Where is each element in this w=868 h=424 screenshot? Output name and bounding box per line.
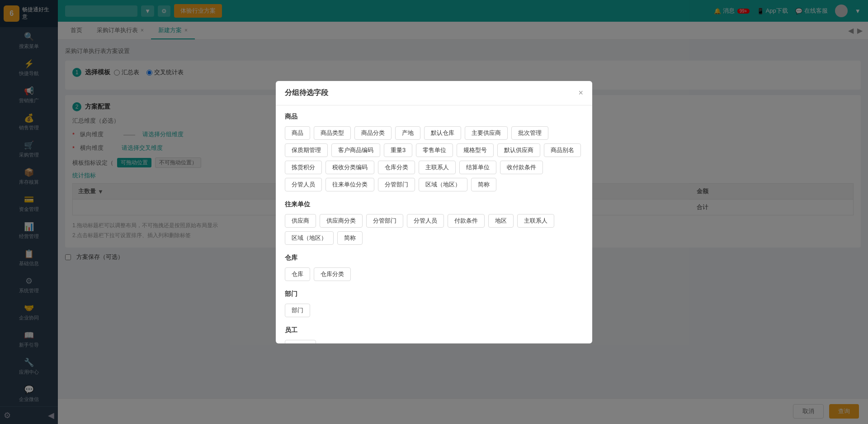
field-tag-0-23[interactable]: 区域（地区） [419,178,467,191]
field-group-title-0: 商品 [285,113,583,121]
field-group-3: 部门部门 [285,290,583,317]
modal-close-btn[interactable]: × [578,88,583,98]
field-tag-1-3[interactable]: 分管人员 [407,214,444,228]
modal-header: 分组待选字段 × [276,81,592,105]
field-tag-0-24[interactable]: 简称 [471,178,496,191]
field-group-2: 仓库仓库仓库分类 [285,254,583,281]
field-group-4: 员工业务员 [285,326,583,343]
field-tag-0-11[interactable]: 规格型号 [457,143,494,157]
field-tag-3-0[interactable]: 部门 [285,304,310,317]
field-group-title-2: 仓库 [285,254,583,262]
field-tag-1-1[interactable]: 供应商分类 [320,214,363,228]
field-tags-2: 仓库仓库分类 [285,267,583,281]
field-tag-1-7[interactable]: 区域（地区） [285,231,334,245]
field-tag-1-0[interactable]: 供应商 [285,214,316,228]
field-tag-0-22[interactable]: 分管部门 [378,178,415,191]
field-tag-0-18[interactable]: 结算单位 [459,161,496,174]
modal-title: 分组待选字段 [285,88,328,98]
field-group-0: 商品商品商品类型商品分类产地默认仓库主要供应商批次管理保质期管理客户商品编码重量… [285,113,583,191]
field-tags-1: 供应商供应商分类分管部门分管人员付款条件地区主联系人区域（地区）简称 [285,214,583,245]
field-tag-0-14[interactable]: 拣货积分 [285,161,322,174]
field-tag-0-16[interactable]: 仓库分类 [378,161,415,174]
field-tag-0-6[interactable]: 批次管理 [511,126,548,140]
field-tag-0-9[interactable]: 重量3 [384,143,412,157]
modal-body: 商品商品商品类型商品分类产地默认仓库主要供应商批次管理保质期管理客户商品编码重量… [276,105,592,343]
field-tag-1-2[interactable]: 分管部门 [366,214,403,228]
field-tag-1-8[interactable]: 简称 [337,231,363,245]
field-tags-4: 业务员 [285,340,583,343]
field-tag-0-10[interactable]: 零售单位 [416,143,453,157]
field-tags-0: 商品商品类型商品分类产地默认仓库主要供应商批次管理保质期管理客户商品编码重量3零… [285,126,583,191]
field-tag-0-4[interactable]: 默认仓库 [424,126,461,140]
field-tag-1-4[interactable]: 付款条件 [448,214,485,228]
field-tag-0-2[interactable]: 商品分类 [354,126,392,140]
field-tag-0-15[interactable]: 税收分类编码 [326,161,374,174]
field-group-1: 往来单位供应商供应商分类分管部门分管人员付款条件地区主联系人区域（地区）简称 [285,200,583,245]
field-group-title-1: 往来单位 [285,200,583,209]
field-tag-2-0[interactable]: 仓库 [285,267,310,281]
field-select-modal: 分组待选字段 × 商品商品商品类型商品分类产地默认仓库主要供应商批次管理保质期管… [276,81,592,343]
field-tag-0-0[interactable]: 商品 [285,126,310,140]
field-tag-0-19[interactable]: 收付款条件 [500,161,543,174]
field-tags-3: 部门 [285,304,583,317]
field-group-title-3: 部门 [285,290,583,298]
field-tag-4-0[interactable]: 业务员 [285,340,316,343]
field-tag-1-5[interactable]: 地区 [488,214,514,228]
field-tag-0-5[interactable]: 主要供应商 [465,126,508,140]
field-tag-0-21[interactable]: 往来单位分类 [326,178,374,191]
field-tag-0-8[interactable]: 客户商品编码 [331,143,380,157]
field-tag-2-1[interactable]: 仓库分类 [314,267,351,281]
modal-overlay: 分组待选字段 × 商品商品商品类型商品分类产地默认仓库主要供应商批次管理保质期管… [0,0,868,424]
field-tag-0-1[interactable]: 商品类型 [314,126,351,140]
field-group-title-4: 员工 [285,326,583,334]
field-tag-0-20[interactable]: 分管人员 [285,178,322,191]
field-tag-0-17[interactable]: 主联系人 [419,161,456,174]
field-tag-1-6[interactable]: 主联系人 [517,214,554,228]
field-tag-0-3[interactable]: 产地 [395,126,420,140]
field-tag-0-12[interactable]: 默认供应商 [497,143,540,157]
field-tag-0-7[interactable]: 保质期管理 [285,143,328,157]
field-tag-0-13[interactable]: 商品别名 [544,143,581,157]
